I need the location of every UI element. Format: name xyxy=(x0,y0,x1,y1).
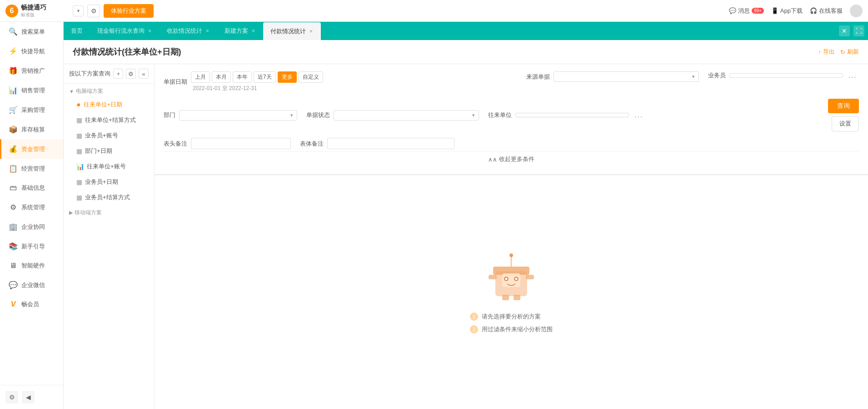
sidebar-settings-btn[interactable]: ⚙ xyxy=(5,391,18,404)
sidebar-item-wechat[interactable]: 💬 企业微信 xyxy=(0,275,63,295)
sidebar-item-sales[interactable]: 📊 销售管理 xyxy=(0,81,63,100)
sidebar-item-guide[interactable]: 📚 新手引导 xyxy=(0,237,63,256)
wechat-icon: 💬 xyxy=(9,281,18,289)
sidebar-label-inventory: 库存核算 xyxy=(21,126,45,134)
dept-select[interactable]: ▾ xyxy=(179,110,297,121)
scheme-item-partner-account-label: 往来单位+账号 xyxy=(87,162,126,171)
app-name: 畅捷通巧 xyxy=(21,4,46,12)
sidebar-label-wechat: 企业微信 xyxy=(21,281,45,289)
app-download-btn[interactable]: 📱 App下载 xyxy=(771,7,803,15)
empty-tip-1-text: 请先选择要分析的方案 xyxy=(482,313,541,321)
scheme-panel-header: 按以下方案查询 ＋ ⚙ « xyxy=(64,64,154,84)
tab-cash-flow[interactable]: 现金银行流水查询 × xyxy=(90,22,160,40)
sidebar-item-search-menu[interactable]: 🔍 搜索菜单 xyxy=(0,22,63,41)
table-body-note-input[interactable] xyxy=(327,138,454,149)
this-year-btn[interactable]: 本年 xyxy=(233,71,252,83)
tab-payment-stats-close[interactable]: × xyxy=(309,27,314,35)
user-avatar[interactable] xyxy=(850,5,863,17)
messages-label: 消息 xyxy=(738,7,750,15)
tab-collection-stats[interactable]: 收款情况统计 × xyxy=(160,22,217,40)
scheme-collapse-btn[interactable]: « xyxy=(139,69,149,79)
scheme-item-salesperson-date[interactable]: ▦ 业务员+日期 xyxy=(64,174,154,190)
date-field: 单据日期 上月 本月 本年 近7天 更多 自定义 xyxy=(164,71,323,92)
sidebar-item-quick-nav[interactable]: ⚡ 快捷导航 xyxy=(0,41,63,61)
scheme-table-icon-1: ▦ xyxy=(76,116,82,124)
partner-dots[interactable]: ... xyxy=(633,111,645,119)
sidebar-item-capital[interactable]: 💰 资金管理 xyxy=(0,139,63,159)
empty-tips: 1 请先选择要分析的方案 2 用过滤条件来缩小分析范围 xyxy=(470,313,553,333)
tab-new-scheme-label: 新建方案 xyxy=(224,27,248,35)
tab-close-all-btn[interactable]: ✕ xyxy=(839,25,850,36)
tab-maximize-btn[interactable]: ⛶ xyxy=(853,25,864,36)
tab-home[interactable]: 首页 xyxy=(64,22,90,40)
sidebar-item-enterprise[interactable]: 🏢 企业协同 xyxy=(0,217,63,237)
sidebar-item-operations[interactable]: 📋 经营管理 xyxy=(0,159,63,178)
scheme-table-icon-2: ▦ xyxy=(76,132,82,139)
export-icon: ↑ xyxy=(818,49,822,56)
sidebar-collapse-btn[interactable]: ◀ xyxy=(22,391,35,404)
mobile-scheme-arrow[interactable]: ▶ xyxy=(69,210,73,216)
tab-new-scheme[interactable]: 新建方案 × xyxy=(217,22,263,40)
app-edition: 标准版 xyxy=(21,12,46,18)
online-service-btn[interactable]: 🎧 在线客服 xyxy=(810,7,843,15)
capital-icon: 💰 xyxy=(9,145,18,153)
settings-filter-btn[interactable]: 设置 xyxy=(832,116,859,131)
date-buttons: 上月 本月 本年 近7天 更多 自定义 xyxy=(191,71,323,83)
scheme-table-icon-3: ▦ xyxy=(76,147,82,155)
refresh-btn[interactable]: ↻ 刷新 xyxy=(840,48,859,56)
date-range-text: 2022-01-01 至 2022-12-31 xyxy=(193,85,323,92)
scheme-item-partner-account[interactable]: 📊 往来单位+账号 xyxy=(64,159,154,174)
system-icon: ⚙ xyxy=(9,203,18,212)
dept-label: 部门 xyxy=(164,111,175,119)
last-month-btn[interactable]: 上月 xyxy=(191,71,210,83)
sidebar-item-basic-info[interactable]: 🗃 基础信息 xyxy=(0,178,63,197)
last-7-days-btn[interactable]: 近7天 xyxy=(254,71,276,83)
online-service-label: 在线客服 xyxy=(819,7,843,15)
scheme-add-btn[interactable]: ＋ xyxy=(113,69,123,79)
sidebar-item-membership[interactable]: V 畅会员 xyxy=(0,295,63,314)
empty-svg-icon xyxy=(486,253,536,303)
doc-status-select[interactable]: ▾ xyxy=(334,110,479,121)
sidebar-item-smart-hw[interactable]: 🖥 智能硬件 xyxy=(0,256,63,275)
operations-icon: 📋 xyxy=(9,164,18,173)
source-doc-arrow-icon: ▾ xyxy=(692,74,695,80)
header-dropdown-btn[interactable]: ▾ xyxy=(73,5,84,16)
scheme-item-salesperson-settlement[interactable]: ▦ 业务员+结算方式 xyxy=(64,190,154,205)
export-label: 导出 xyxy=(823,48,835,56)
svg-rect-7 xyxy=(502,295,509,300)
tab-collection-stats-close[interactable]: × xyxy=(205,27,210,35)
scheme-item-partner-date[interactable]: ● 往来单位+日期 xyxy=(64,97,154,112)
trial-btn[interactable]: 体验行业方案 xyxy=(104,4,154,18)
sidebar-item-system[interactable]: ⚙ 系统管理 xyxy=(0,197,63,217)
sidebar-label-marketing: 营销推广 xyxy=(21,67,45,75)
export-btn[interactable]: ↑ 导出 xyxy=(818,48,835,56)
header-settings-btn[interactable]: ⚙ xyxy=(87,5,100,17)
salesperson-dots[interactable]: ... xyxy=(847,71,859,80)
messages-btn[interactable]: 💬 消息 99+ xyxy=(729,7,764,15)
sidebar-item-purchase[interactable]: 🛒 采购管理 xyxy=(0,100,63,120)
collapse-more-btn[interactable]: ∧∧ 收起更多条件 xyxy=(164,151,859,167)
sidebar-item-inventory[interactable]: 📦 库存核算 xyxy=(0,120,63,139)
tab-payment-stats[interactable]: 付款情况统计 × xyxy=(263,22,321,40)
scheme-item-dept-date[interactable]: ▦ 部门+日期 xyxy=(64,143,154,159)
table-header-note-input[interactable] xyxy=(191,138,291,149)
pc-scheme-arrow[interactable]: ▼ xyxy=(69,89,74,94)
sidebar-item-marketing[interactable]: 🎁 营销推广 xyxy=(0,61,63,81)
table-header-note-field: 表头备注 xyxy=(164,138,291,149)
scheme-settings-btn[interactable]: ⚙ xyxy=(126,69,136,79)
this-month-btn[interactable]: 本月 xyxy=(212,71,231,83)
tab-new-scheme-close[interactable]: × xyxy=(251,27,256,35)
purchase-icon: 🛒 xyxy=(9,106,18,114)
empty-tip-2: 2 用过滤条件来缩小分析范围 xyxy=(470,325,553,333)
more-date-btn[interactable]: 更多 xyxy=(278,71,297,83)
scheme-item-partner-settlement[interactable]: ▦ 往来单位+结算方式 xyxy=(64,112,154,128)
tab-cash-flow-close[interactable]: × xyxy=(147,27,152,35)
tab-actions: ✕ ⛶ xyxy=(839,25,868,36)
scheme-item-salesperson-account[interactable]: ▦ 业务员+账号 xyxy=(64,128,154,143)
partner-select[interactable] xyxy=(515,113,629,117)
messages-badge: 99+ xyxy=(752,8,764,14)
custom-date-btn[interactable]: 自定义 xyxy=(299,71,323,83)
salesperson-select[interactable] xyxy=(729,73,843,78)
source-doc-select[interactable]: ▾ xyxy=(554,71,699,82)
query-btn[interactable]: 查询 xyxy=(828,99,859,113)
